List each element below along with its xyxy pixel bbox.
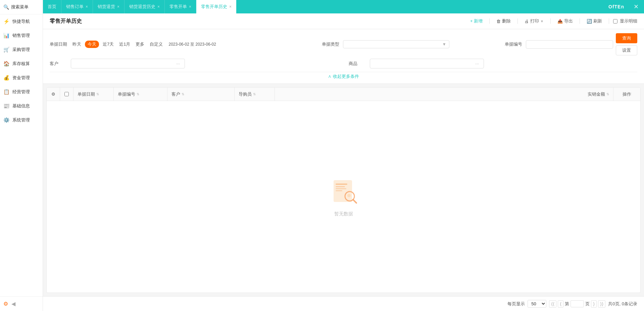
svg-rect-1 [336,184,347,185]
collapse-filter-btn[interactable]: ∧ 收起更多条件 [50,72,637,81]
sidebar-item-sales-mgmt[interactable]: 📊 销售管理 [0,29,43,43]
tab-sales-order-close[interactable]: × [86,4,88,9]
set-button[interactable]: 设置 [616,45,637,55]
window-close-button[interactable]: ✕ [634,3,639,10]
customer-sort-icon: ⇅ [182,92,184,96]
tab-sales-return-history[interactable]: 销货退货历史 × [125,0,165,13]
sidebar-item-label: 基础信息 [12,103,30,109]
prev-page-btn[interactable]: ⟨ [558,300,563,308]
toolbar: + 新增 🗑 删除 🖨 打印 ▼ 📤 导出 [467,17,637,25]
sidebar-search[interactable]: 🔍 搜索菜单 [0,0,43,14]
quick-nav-icon: ⚡ [3,18,10,24]
toolbar-divider-4 [580,18,580,24]
collapse-filter-text: ∧ 收起更多条件 [328,74,359,79]
last-page-btn[interactable]: ⟩⟩ [598,300,605,308]
tab-retail-history-close[interactable]: × [229,4,232,9]
date-opt-7days[interactable]: 近7天 [101,41,115,48]
th-date[interactable]: 单据日期 ⇅ [73,88,114,101]
th-guide-label: 导购员 [239,91,252,97]
th-settings[interactable]: ⚙ [47,88,60,101]
tab-sales-return-close[interactable]: × [117,4,119,9]
page-total-text: 共0页, 0条记录 [608,301,637,307]
show-detail-checkbox[interactable] [613,19,617,23]
sidebar-item-label: 库存核算 [12,61,30,67]
refresh-button[interactable]: 🔄 刷新 [584,17,605,25]
sidebar-item-quick-nav[interactable]: ⚡ 快捷导航 [0,14,43,29]
settings-icon[interactable]: ⚙ [3,301,8,307]
th-customer[interactable]: 客户 ⇅ [167,88,235,101]
sidebar-item-label: 销售管理 [12,33,30,39]
select-all-checkbox[interactable] [64,92,69,96]
page-unit: 页 [585,301,590,307]
th-ops: 操作 [613,88,640,101]
page-nav: ⟨⟨ ⟨ 第 1 页 ⟩ ⟩⟩ [549,300,605,308]
doc-type-select[interactable]: ▼ [343,40,449,48]
date-opt-1month[interactable]: 近1月 [117,41,132,48]
next-page-btn[interactable]: ⟩ [591,300,597,308]
table-header: ⚙ 单据日期 ⇅ 单据编号 ⇅ 客户 ⇅ 导购员 [47,88,640,101]
query-button[interactable]: 查询 [616,33,637,43]
date-filter-label: 单据日期 [50,41,68,47]
sidebar-item-finance[interactable]: 💰 资金管理 [0,71,43,85]
sidebar-item-purchase-mgmt[interactable]: 🛒 采购管理 [0,43,43,57]
main-area: 首页 销售订单 × 销货退货 × 销货退货历史 × 零售开单 × 零售开单历史 … [43,0,644,311]
th-num-label: 单据编号 [118,91,135,97]
search-icon: 🔍 [3,4,9,10]
tab-sales-return-history-close[interactable]: × [157,4,160,9]
sidebar-item-sys-mgmt[interactable]: ⚙️ 系统管理 [0,113,43,127]
export-button[interactable]: 📤 导出 [555,17,576,25]
tab-sales-return-label: 销货退货 [98,4,115,10]
customer-more-icon[interactable]: ··· [174,60,182,67]
guide-sort-icon: ⇅ [253,92,256,96]
date-opt-more[interactable]: 更多 [134,41,146,48]
sidebar-item-base-info[interactable]: 📰 基础信息 [0,99,43,113]
first-page-btn[interactable]: ⟨⟨ [549,300,556,308]
show-detail-label-text: 显示明细 [620,18,637,24]
refresh-icon: 🔄 [587,19,592,24]
amount-sort-icon: ⇅ [606,92,609,96]
th-amount[interactable]: 实销金额 ⇅ [275,88,613,101]
empty-text: 暂无数据 [334,211,353,217]
per-page-select[interactable]: 50 100 200 [528,300,546,308]
tab-retail-history[interactable]: 零售开单历史 × [196,0,236,13]
export-button-label: 导出 [564,18,573,24]
tab-retail-open[interactable]: 零售开单 × [165,0,196,13]
tab-sales-return[interactable]: 销货退货 × [93,0,125,13]
svg-rect-2 [336,186,345,187]
finance-icon: 💰 [3,75,10,81]
tab-home[interactable]: 首页 [43,0,61,13]
tab-sales-return-history-label: 销货退货历史 [129,4,155,10]
date-opt-today[interactable]: 今天 [85,41,99,48]
th-num[interactable]: 单据编号 ⇅ [114,88,167,101]
add-button[interactable]: + 新增 [467,17,485,25]
th-checkbox[interactable] [60,88,73,101]
add-button-label: + 新增 [470,18,483,24]
print-button[interactable]: 🖨 打印 ▼ [522,17,546,25]
page-number-input[interactable]: 1 [571,300,584,307]
goods-filter-label: 商品 [349,61,367,67]
date-opt-custom[interactable]: 自定义 [148,41,164,48]
sidebar-item-operations[interactable]: 📋 经营管理 [0,85,43,99]
num-sort-icon: ⇅ [137,92,139,96]
goods-select[interactable]: ··· [370,59,484,68]
th-guide[interactable]: 导购员 ⇅ [235,88,275,101]
page-word: 第 [565,301,569,307]
purchase-mgmt-icon: 🛒 [3,47,10,53]
sidebar-item-inventory[interactable]: 🏠 库存核算 [0,57,43,71]
empty-state: 暂无数据 [47,101,640,293]
sidebar-item-label: 系统管理 [12,117,30,123]
delete-button[interactable]: 🗑 删除 [494,17,513,25]
customer-select[interactable]: ··· [71,59,185,68]
tab-sales-order-label: 销售订单 [66,4,84,10]
tab-sales-order[interactable]: 销售订单 × [61,0,93,13]
tab-retail-open-close[interactable]: × [189,4,191,9]
delete-button-label: 删除 [502,18,511,24]
doc-num-input[interactable] [526,40,613,49]
goods-more-icon[interactable]: ··· [473,60,481,67]
query-area: 查询 设置 [616,33,637,55]
show-detail-toggle[interactable]: 显示明细 [613,18,637,24]
date-opt-yesterday[interactable]: 昨天 [71,41,83,48]
per-page-label: 每页显示 [507,301,525,307]
inventory-icon: 🏠 [3,61,10,67]
collapse-sidebar-icon[interactable]: ◀ [11,301,15,307]
